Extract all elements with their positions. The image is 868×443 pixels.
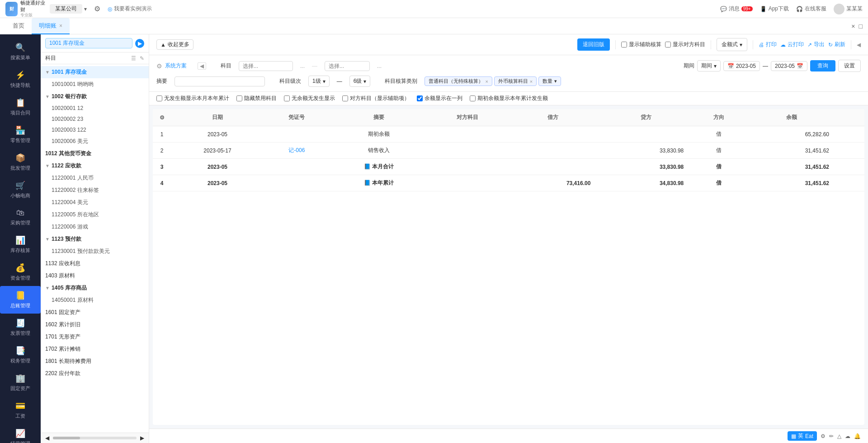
- query-btn[interactable]: 查询: [810, 60, 835, 71]
- subject-input[interactable]: [239, 61, 293, 71]
- messages-btn[interactable]: 💬 消息 99+: [720, 5, 753, 13]
- remove-normal-icon[interactable]: ×: [485, 79, 488, 84]
- tree-item-14050001[interactable]: 14050001 原材料: [41, 294, 149, 306]
- tree-item-11230001[interactable]: 11230001 预付款款美元: [41, 245, 149, 257]
- tree-item-11220004[interactable]: 11220004 美元: [41, 196, 149, 209]
- demo-link[interactable]: ◎ 我要看实例演示: [108, 5, 152, 13]
- scroll-left-icon[interactable]: ◀: [45, 435, 49, 441]
- sidebar-item-accounting[interactable]: 📒 总账管理: [0, 286, 41, 314]
- sidebar-item-ecommerce[interactable]: 🛒 小畅电商: [0, 176, 41, 204]
- collapse-more-btn[interactable]: ▲ 收起更多: [156, 39, 193, 50]
- summary-input[interactable]: [175, 76, 265, 86]
- option3-input[interactable]: [284, 95, 290, 101]
- return-old-btn[interactable]: 退回旧版: [577, 38, 610, 51]
- tree-edit-icon[interactable]: ✎: [140, 55, 144, 62]
- tree-item-1602[interactable]: 1602 累计折旧: [41, 319, 149, 331]
- period-type-select[interactable]: 期间 ▾: [697, 60, 721, 71]
- tree-item-11220002[interactable]: 11220002 往来标签: [41, 184, 149, 196]
- cloud-print-btn[interactable]: ☁ 云打印: [780, 41, 804, 48]
- sidebar-item-assets[interactable]: 🏢 固定资产: [0, 369, 41, 396]
- option6-input[interactable]: [470, 95, 476, 101]
- win-max-btn[interactable]: □: [859, 23, 863, 30]
- option5-input[interactable]: [417, 95, 423, 101]
- sidebar-item-ops[interactable]: 📈 经营管理: [0, 424, 41, 443]
- tree-item-2202[interactable]: 2202 应付年款: [41, 367, 149, 380]
- show-contra-input[interactable]: [665, 42, 671, 48]
- tree-item-1801[interactable]: 1801 长期待摊费用: [41, 355, 149, 367]
- normal-subject-tag[interactable]: 普通科目（无特殊核算） ×: [425, 76, 492, 86]
- remove-foreign-icon[interactable]: ×: [530, 79, 533, 84]
- tree-item-11220006[interactable]: 11220006 游戏: [41, 221, 149, 233]
- sidebar-item-capital[interactable]: 💰 资金管理: [0, 258, 41, 286]
- option3-checkbox[interactable]: 无余额无发生显示: [284, 95, 335, 102]
- tree-item-1122[interactable]: ▼ 1122 应收款: [41, 160, 149, 172]
- level-end-select[interactable]: 6级 ▾: [349, 76, 371, 87]
- sidebar-item-quicknav[interactable]: ⚡ 快捷导航: [0, 66, 41, 93]
- refresh-btn[interactable]: ↻ 刷新: [828, 41, 845, 48]
- settings-icon[interactable]: ⚙: [94, 5, 100, 13]
- win-close-btn[interactable]: ×: [851, 23, 855, 30]
- status-btn[interactable]: ▦ 英 Eat: [788, 431, 817, 441]
- sidebar-item-wholesale[interactable]: 📦 批发管理: [0, 148, 41, 176]
- tree-list-icon[interactable]: ☰: [131, 55, 136, 62]
- tree-item-1601[interactable]: 1601 固定资产: [41, 306, 149, 319]
- tree-item-1405[interactable]: ▼ 1405 库存商品: [41, 282, 149, 294]
- company-dropdown[interactable]: 某某公司 ▾: [50, 4, 87, 14]
- tree-item-1123[interactable]: ▼ 1123 预付款: [41, 233, 149, 245]
- option6-checkbox[interactable]: 期初余额显示本年累计发生额: [470, 95, 548, 102]
- period-start-select[interactable]: 📅 2023-05: [723, 61, 760, 71]
- tree-scrollbar[interactable]: ◀ ▶: [41, 433, 149, 443]
- tab-close-icon[interactable]: ×: [59, 23, 62, 29]
- sidebar-item-payroll[interactable]: 💳 工资: [0, 396, 41, 424]
- show-aux-input[interactable]: [621, 42, 627, 48]
- option4-checkbox[interactable]: 对方科目（显示辅助项）: [342, 95, 410, 102]
- tree-item-1403[interactable]: 1403 原材料: [41, 270, 149, 282]
- gear-col-icon[interactable]: ⚙: [160, 114, 165, 121]
- tree-item-1002[interactable]: ▼ 1002 银行存款: [41, 91, 149, 103]
- sidebar-item-inventory[interactable]: 📊 库存核算: [0, 231, 41, 258]
- collapse-arrow[interactable]: ◀: [198, 63, 206, 69]
- show-contra-checkbox[interactable]: 显示对方科目: [665, 41, 705, 48]
- amount-mode-btn[interactable]: 金额式 ▾: [717, 38, 747, 51]
- bottom-icon2[interactable]: ✏: [829, 433, 834, 439]
- tree-item-10020002[interactable]: 10020002 23: [41, 114, 149, 124]
- bottom-icon5[interactable]: 🔔: [854, 433, 861, 439]
- option4-input[interactable]: [342, 95, 348, 101]
- tab-home[interactable]: 首页: [5, 18, 32, 34]
- sidebar-item-search[interactable]: 🔍 搜索菜单: [0, 38, 41, 66]
- show-aux-checkbox[interactable]: 显示辅助核算: [621, 41, 661, 48]
- tree-item-10020003[interactable]: 10020003 122: [41, 124, 149, 135]
- print-btn[interactable]: 🖨 打印: [759, 41, 777, 48]
- tab-ledger[interactable]: 明细账 ×: [32, 18, 70, 34]
- option5-checkbox[interactable]: 余额显示在一列: [417, 95, 462, 102]
- sidebar-item-retail[interactable]: 🏪 零售管理: [0, 121, 41, 148]
- bottom-icon3[interactable]: △: [837, 433, 841, 439]
- option1-input[interactable]: [156, 95, 162, 101]
- tree-item-1701[interactable]: 1701 无形资产: [41, 331, 149, 343]
- sidebar-item-project[interactable]: 📋 项目合同: [0, 93, 41, 121]
- level-start-select[interactable]: 1级 ▾: [308, 76, 330, 87]
- current-account-tag[interactable]: 1001 库存现金: [45, 38, 132, 48]
- period-end-select[interactable]: 2023-05 📅: [771, 61, 807, 71]
- sidebar-collapse-btn[interactable]: ◀: [857, 42, 861, 48]
- tree-item-11220005[interactable]: 11220005 所在地区: [41, 209, 149, 221]
- tree-item-1012[interactable]: 1012 其他货币资金: [41, 148, 149, 160]
- bottom-icon1[interactable]: ⚙: [821, 433, 826, 439]
- tree-item-10010001[interactable]: 10010001 哟哟哟: [41, 78, 149, 91]
- sidebar-item-tax[interactable]: 📑 税务管理: [0, 341, 41, 369]
- tree-item-10020006[interactable]: 10020006 美元: [41, 135, 149, 148]
- tree-item-1132[interactable]: 1132 应收利息: [41, 257, 149, 270]
- subject-input-end[interactable]: [325, 61, 370, 71]
- quantity-tag[interactable]: 数量 ▾: [538, 76, 561, 86]
- bottom-icon4[interactable]: ☁: [845, 433, 850, 439]
- export-btn[interactable]: ↗ 导出: [807, 41, 825, 48]
- online-service-btn[interactable]: 🎧 在线客服: [796, 5, 826, 13]
- tree-item-11220001[interactable]: 11220001 人民币: [41, 172, 149, 184]
- foreign-tag[interactable]: 外币核算科目 ×: [494, 76, 537, 86]
- sidebar-item-purchase[interactable]: 🛍 采购管理: [0, 204, 41, 231]
- row-voucher[interactable]: 记-006: [264, 143, 330, 159]
- nav-arrow-btn[interactable]: ▶: [135, 39, 144, 48]
- sidebar-item-invoice[interactable]: 🧾 发票管理: [0, 314, 41, 341]
- option1-checkbox[interactable]: 无发生额显示本月本年累计: [156, 95, 229, 102]
- app-download-btn[interactable]: 📱 App下载: [760, 5, 789, 13]
